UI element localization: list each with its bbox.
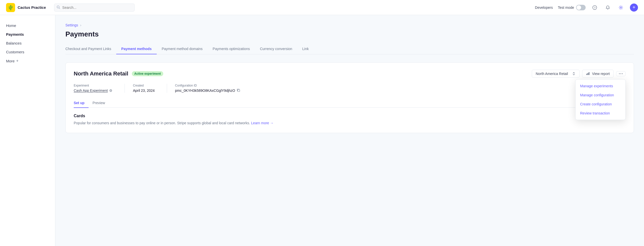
tab-checkout[interactable]: Checkout and Payment Links: [65, 44, 116, 54]
experiment-label: Experiment: [74, 84, 112, 87]
config-id-label: Configuration ID: [175, 84, 240, 87]
cards-desc-text: Popular for consumers and businesses to …: [74, 121, 250, 125]
search-icon: [57, 5, 60, 10]
created-label: Created: [133, 84, 154, 87]
cards-description: Popular for consumers and businesses to …: [74, 120, 626, 126]
main-tabs: Checkout and Payment Links Payment metho…: [65, 44, 634, 54]
info-created: Created April 23, 2024: [125, 84, 167, 93]
view-report-button[interactable]: View report: [582, 70, 614, 78]
tab-currency-conversion[interactable]: Currency conversion: [255, 44, 297, 54]
page-title: Payments: [65, 30, 634, 38]
dropdown-manage-configuration[interactable]: Manage configuration: [576, 91, 625, 100]
breadcrumb: Settings ›: [65, 23, 634, 27]
sub-tabs: Set up Preview: [74, 99, 626, 108]
ellipsis-icon: [619, 73, 623, 74]
svg-point-10: [622, 73, 623, 74]
sidebar-item-payments[interactable]: Payments: [0, 30, 55, 39]
section-header: North America Retail Active experiment N…: [74, 70, 626, 78]
svg-rect-6: [588, 73, 588, 75]
search-bar[interactable]: [54, 4, 135, 12]
active-experiment-badge: Active experiment: [132, 71, 163, 76]
top-navigation: 🌵 Cactus Practice Developers Test mode ?: [0, 0, 644, 15]
info-experiment: Experiment Cash App Experiment ⚙: [74, 84, 125, 93]
sidebar-item-label-balances: Balances: [6, 41, 22, 45]
app-logo[interactable]: 🌵 Cactus Practice: [6, 3, 46, 12]
dropdown-manage-experiments[interactable]: Manage experiments: [576, 81, 625, 91]
chevron-updown-icon: [572, 72, 576, 76]
tab-payments-optimizations[interactable]: Payments optimizations: [208, 44, 255, 54]
svg-point-8: [619, 73, 620, 74]
testmode-label: Test mode: [558, 6, 574, 10]
svg-rect-11: [238, 90, 240, 92]
testmode-toggle[interactable]: [576, 5, 586, 10]
layout: Home Payments Balances Customers More + …: [0, 15, 644, 246]
logo-icon: 🌵: [6, 3, 15, 12]
sidebar-item-label-home: Home: [6, 23, 16, 28]
config-id-text: pmc_0KYH3k589O8KAxCGglY9djhzO: [175, 89, 235, 93]
svg-rect-7: [589, 72, 589, 75]
tab-payment-method-domains[interactable]: Payment method domains: [157, 44, 208, 54]
sidebar-item-home[interactable]: Home: [0, 21, 55, 30]
sidebar: Home Payments Balances Customers More +: [0, 15, 55, 246]
copy-icon[interactable]: [237, 89, 240, 93]
sidebar-item-label-customers: Customers: [6, 50, 24, 54]
section-header-right: North America Retail View r: [532, 70, 626, 78]
svg-line-1: [59, 8, 60, 9]
chart-icon: [586, 72, 590, 76]
info-row: Experiment Cash App Experiment ⚙ Created…: [74, 84, 626, 93]
section-north-america-retail: North America Retail Active experiment N…: [65, 62, 634, 133]
search-input[interactable]: [54, 4, 135, 12]
developers-link[interactable]: Developers: [535, 6, 553, 10]
toggle-thumb: [577, 5, 581, 10]
settings-button[interactable]: [617, 4, 625, 12]
app-name: Cactus Practice: [18, 5, 46, 10]
help-button[interactable]: ?: [591, 4, 599, 12]
breadcrumb-separator: ›: [80, 23, 82, 27]
created-value: April 23, 2024: [133, 89, 154, 93]
sidebar-item-label-more: More: [6, 59, 15, 63]
more-button[interactable]: [616, 71, 626, 76]
learn-more-link[interactable]: Learn more →: [251, 121, 273, 125]
dropdown-review-transaction[interactable]: Review transaction: [576, 109, 625, 118]
main-content: Settings › Payments Checkout and Payment…: [55, 15, 644, 246]
svg-point-4: [620, 7, 622, 8]
config-select-button[interactable]: North America Retail: [532, 70, 580, 78]
sidebar-item-more[interactable]: More +: [0, 56, 55, 65]
testmode-wrap: Test mode: [558, 5, 586, 10]
sidebar-item-label-payments: Payments: [6, 32, 24, 36]
dropdown-create-configuration[interactable]: Create configuration: [576, 100, 625, 109]
sidebar-item-balances[interactable]: Balances: [0, 39, 55, 48]
config-id-value: pmc_0KYH3k589O8KAxCGglY9djhzO: [175, 89, 240, 93]
svg-rect-5: [586, 74, 587, 75]
sidebar-item-customers[interactable]: Customers: [0, 48, 55, 56]
notifications-button[interactable]: [604, 4, 612, 12]
cards-title: Cards: [74, 114, 626, 118]
topnav-right: Developers Test mode ? +: [535, 4, 638, 12]
svg-point-9: [621, 73, 621, 74]
config-select-value: North America Retail: [536, 72, 568, 76]
breadcrumb-settings-link[interactable]: Settings: [65, 23, 78, 27]
svg-text:?: ?: [594, 6, 595, 9]
subtab-preview[interactable]: Preview: [89, 99, 109, 108]
cards-section: Cards Popular for consumers and business…: [74, 114, 626, 126]
view-report-label: View report: [592, 72, 610, 76]
info-config-id: Configuration ID pmc_0KYH3k589O8KAxCGglY…: [167, 84, 252, 93]
subtab-setup[interactable]: Set up: [74, 99, 89, 108]
tab-link[interactable]: Link: [297, 44, 314, 54]
experiment-link[interactable]: Cash App Experiment: [74, 89, 108, 93]
experiment-value: Cash App Experiment ⚙: [74, 89, 112, 93]
dropdown-menu: Manage experiments Manage configuration …: [575, 79, 626, 120]
section-title: North America Retail: [74, 70, 128, 77]
tab-payment-methods[interactable]: Payment methods: [116, 44, 157, 54]
plus-icon: +: [16, 59, 18, 63]
experiment-gear-icon[interactable]: ⚙: [109, 89, 112, 93]
add-button[interactable]: +: [630, 4, 638, 12]
